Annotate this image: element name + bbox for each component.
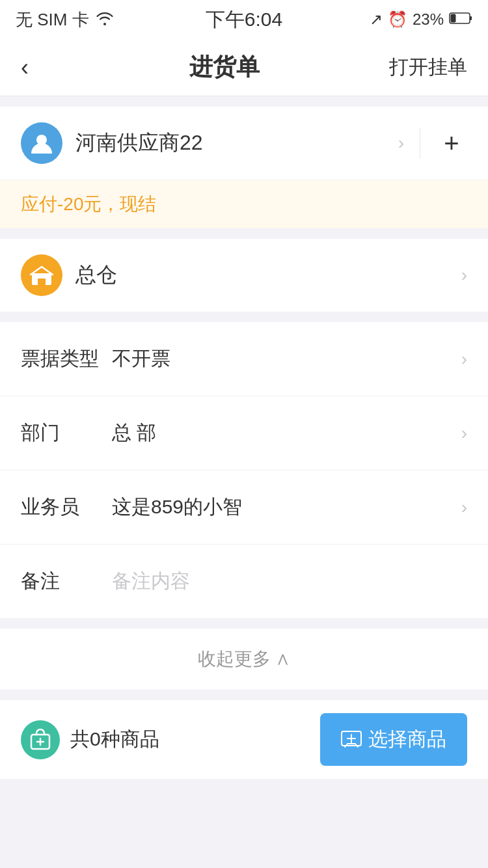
department-row[interactable]: 部门 总 部 ›	[0, 396, 488, 470]
back-button[interactable]: ‹	[21, 54, 60, 81]
wifi-icon	[96, 10, 114, 30]
time-label: 下午6:04	[206, 7, 282, 33]
alarm-icon: ⏰	[388, 10, 407, 29]
open-pending-button[interactable]: 打开挂单	[389, 54, 467, 81]
carrier-label: 无 SIM 卡	[16, 8, 89, 31]
warehouse-section: 总仓 ›	[0, 239, 488, 312]
supplier-avatar	[21, 122, 62, 164]
battery-label: 23%	[413, 10, 444, 29]
form-section: 票据类型 不开票 › 部门 总 部 › 业务员 这是859的小智 › 备注 备注…	[0, 322, 488, 618]
salesperson-label: 业务员	[21, 494, 112, 521]
warehouse-chevron-icon: ›	[461, 265, 467, 286]
salesperson-row[interactable]: 业务员 这是859的小智 ›	[0, 470, 488, 545]
supplier-section: 河南供应商22 › + 应付-20元，现结	[0, 107, 488, 228]
warehouse-icon	[21, 254, 62, 296]
invoice-type-label: 票据类型	[21, 346, 112, 372]
salesperson-value: 这是859的小智	[112, 494, 461, 521]
divider	[420, 128, 420, 159]
bottom-bar: 共0种商品 选择商品	[0, 700, 488, 779]
location-icon: ↗	[370, 10, 383, 29]
select-product-button[interactable]: 选择商品	[320, 713, 467, 766]
notice-text: 应付-20元，现结	[21, 194, 156, 214]
product-icon	[21, 720, 60, 759]
notice-bar: 应付-20元，现结	[0, 180, 488, 228]
invoice-type-value: 不开票	[112, 346, 461, 372]
department-chevron-icon: ›	[461, 423, 467, 444]
remark-input[interactable]: 备注内容	[112, 568, 467, 595]
select-product-label: 选择商品	[368, 726, 446, 753]
warehouse-row[interactable]: 总仓 ›	[0, 239, 488, 312]
invoice-type-row[interactable]: 票据类型 不开票 ›	[0, 322, 488, 396]
collapse-text: 收起更多 ∧	[198, 647, 291, 671]
supplier-chevron-icon: ›	[398, 133, 404, 154]
salesperson-chevron-icon: ›	[461, 497, 467, 518]
svg-rect-2	[451, 14, 456, 23]
product-count-wrap: 共0种商品	[21, 720, 159, 759]
remark-label: 备注	[21, 568, 112, 595]
invoice-chevron-icon: ›	[461, 349, 467, 370]
status-bar: 无 SIM 卡 下午6:04 ↗ ⏰ 23%	[0, 0, 488, 39]
department-value: 总 部	[112, 420, 461, 446]
page-title: 进货单	[189, 51, 260, 83]
nav-bar: ‹ 进货单 打开挂单	[0, 39, 488, 96]
svg-rect-1	[470, 16, 472, 20]
page-bottom	[0, 779, 488, 868]
warehouse-label: 总仓	[75, 261, 461, 290]
supplier-name: 河南供应商22	[75, 129, 398, 157]
product-count-text: 共0种商品	[70, 726, 159, 753]
svg-rect-5	[38, 278, 46, 285]
department-label: 部门	[21, 420, 112, 446]
supplier-row[interactable]: 河南供应商22 › +	[0, 107, 488, 180]
remark-row[interactable]: 备注 备注内容	[0, 545, 488, 618]
collapse-row[interactable]: 收起更多 ∧	[0, 629, 488, 690]
battery-icon	[449, 10, 472, 29]
add-supplier-button[interactable]: +	[436, 129, 467, 158]
